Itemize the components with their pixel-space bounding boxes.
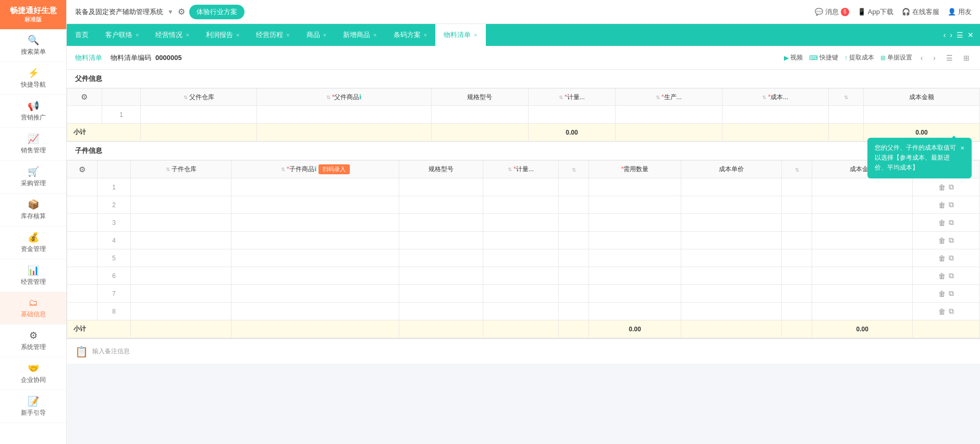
child-row6-qty[interactable] (589, 267, 681, 285)
parent-row1-warehouse[interactable] (141, 106, 257, 124)
shortcut-action[interactable]: ⌨ 快捷键 (809, 53, 838, 62)
child-row1-warehouse[interactable] (131, 178, 231, 196)
child-row7-warehouse[interactable] (131, 285, 231, 303)
sidebar-item-marketing[interactable]: 📢 营销推广 (0, 95, 66, 128)
tab-bom[interactable]: 物料清单 × (435, 24, 485, 46)
nav-next-btn[interactable]: › (948, 31, 954, 39)
tab-new-goods[interactable]: 新增商品 × (335, 24, 385, 46)
delete-icon-1[interactable]: 🗑 (938, 183, 946, 191)
copy-icon-6[interactable]: ⧉ (949, 271, 954, 280)
parent-row1-unit[interactable] (528, 106, 615, 124)
tab-ops-close[interactable]: × (186, 32, 189, 38)
child-row3-unit[interactable] (483, 214, 559, 232)
child-row2-product[interactable] (231, 196, 399, 214)
sidebar-item-search[interactable]: 🔍 搜索菜单 (0, 29, 66, 62)
copy-icon-2[interactable]: ⧉ (949, 200, 954, 209)
parent-row1-product[interactable] (257, 106, 432, 124)
child-row3-warehouse[interactable] (131, 214, 231, 232)
child-row5-unit[interactable] (483, 249, 559, 267)
page-nav-prev[interactable]: ‹ (918, 54, 925, 62)
child-row4-unit[interactable] (483, 232, 559, 249)
child-row5-qty[interactable] (589, 249, 681, 267)
sidebar-item-quicknav[interactable]: ⚡ 快捷导航 (0, 62, 66, 95)
nav-close-btn[interactable]: ✕ (965, 31, 976, 39)
nav-menu-btn[interactable]: ☰ (954, 31, 965, 39)
delete-icon-2[interactable]: 🗑 (938, 201, 946, 209)
copy-icon-3[interactable]: ⧉ (949, 218, 954, 227)
sidebar-item-basic[interactable]: 🗂 基础信息 (0, 292, 66, 325)
message-button[interactable]: 💬 消息 6 (815, 7, 849, 17)
dropdown-arrow-icon[interactable]: ▼ (167, 8, 174, 16)
notes-placeholder[interactable]: 输入备注信息 (92, 347, 130, 356)
child-row6-warehouse[interactable] (131, 267, 231, 285)
sidebar-item-sales[interactable]: 📈 销售管理 (0, 128, 66, 161)
tab-operations-status[interactable]: 经营情况 × (147, 24, 197, 46)
child-row6-unit[interactable] (483, 267, 559, 285)
child-row2-unit[interactable] (483, 196, 559, 214)
child-row8-warehouse[interactable] (131, 303, 231, 320)
child-row8-qty[interactable] (589, 303, 681, 320)
tab-customer-close[interactable]: × (136, 32, 139, 38)
sidebar-item-purchase[interactable]: 🛒 采购管理 (0, 161, 66, 194)
child-row7-product[interactable] (231, 285, 399, 303)
child-row4-product[interactable] (231, 232, 399, 249)
copy-icon-4[interactable]: ⧉ (949, 236, 954, 245)
view-action[interactable]: ▶ 视频 (784, 53, 803, 62)
child-row5-product[interactable] (231, 249, 399, 267)
tab-home[interactable]: 首页 (67, 24, 97, 46)
child-row3-qty[interactable] (589, 214, 681, 232)
child-row3-product[interactable] (231, 214, 399, 232)
copy-icon-7[interactable]: ⧉ (949, 289, 954, 298)
tooltip-close-btn[interactable]: × (960, 143, 964, 154)
child-row1-product[interactable] (231, 178, 399, 196)
tab-customer[interactable]: 客户联络 × (97, 24, 147, 46)
delete-icon-3[interactable]: 🗑 (938, 219, 946, 227)
delete-icon-8[interactable]: 🗑 (938, 307, 946, 316)
child-row2-qty[interactable] (589, 196, 681, 214)
online-service-button[interactable]: 🎧 在线客服 (902, 7, 939, 17)
tab-barcode[interactable]: 条码方案 × (385, 24, 435, 46)
parent-row1-cost[interactable] (722, 106, 828, 124)
child-row7-unit[interactable] (483, 285, 559, 303)
nav-prev-btn[interactable]: ‹ (941, 31, 948, 39)
child-row4-qty[interactable] (589, 232, 681, 249)
page-list-view[interactable]: ☰ (944, 54, 955, 62)
sidebar-item-finance[interactable]: 💰 资金管理 (0, 226, 66, 259)
parent-row1-prod[interactable] (616, 106, 722, 124)
breadcrumb-link[interactable]: 物料清单 (75, 53, 102, 63)
delete-icon-4[interactable]: 🗑 (938, 236, 946, 245)
page-grid-view[interactable]: ⊞ (961, 54, 972, 62)
tab-profit-report[interactable]: 利润报告 × (198, 24, 248, 46)
copy-icon-5[interactable]: ⧉ (949, 254, 954, 262)
child-row6-product[interactable] (231, 267, 399, 285)
child-row5-warehouse[interactable] (131, 249, 231, 267)
settings-icon[interactable]: ⚙ (178, 7, 185, 17)
extract-cost-action[interactable]: ↑ 提取成本 (844, 53, 874, 62)
child-row8-unit[interactable] (483, 303, 559, 320)
single-settings-action[interactable]: ⊞ 单据设置 (880, 53, 912, 62)
child-row7-qty[interactable] (589, 285, 681, 303)
child-row2-warehouse[interactable] (131, 196, 231, 214)
tab-bom-close[interactable]: × (474, 32, 477, 38)
tab-goods[interactable]: 商品 × (298, 24, 335, 46)
child-row1-unit[interactable] (483, 178, 559, 196)
tab-profit-close[interactable]: × (236, 32, 239, 38)
trial-button[interactable]: 体验行业方案 (189, 5, 244, 19)
copy-icon-1[interactable]: ⧉ (949, 183, 954, 191)
col-config-icon[interactable]: ⚙ (81, 92, 88, 101)
tab-biz-history[interactable]: 经营历程 × (248, 24, 298, 46)
app-download-button[interactable]: 📱 App下载 (858, 7, 893, 17)
child-row8-product[interactable] (231, 303, 399, 320)
user-menu[interactable]: 👤 用友 (948, 7, 972, 17)
child-row1-qty[interactable] (589, 178, 681, 196)
sidebar-item-inventory[interactable]: 📦 库存核算 (0, 194, 66, 226)
delete-icon-5[interactable]: 🗑 (938, 254, 946, 262)
copy-icon-8[interactable]: ⧉ (949, 307, 954, 316)
tab-biz-close[interactable]: × (286, 32, 289, 38)
scan-button[interactable]: 扫码录入 (318, 164, 350, 174)
child-col-config-icon[interactable]: ⚙ (79, 165, 85, 174)
tab-goods-close[interactable]: × (323, 32, 326, 38)
sidebar-item-collab[interactable]: 🤝 企业协同 (0, 357, 66, 390)
delete-icon-6[interactable]: 🗑 (938, 272, 946, 280)
page-nav-next[interactable]: › (931, 54, 938, 62)
